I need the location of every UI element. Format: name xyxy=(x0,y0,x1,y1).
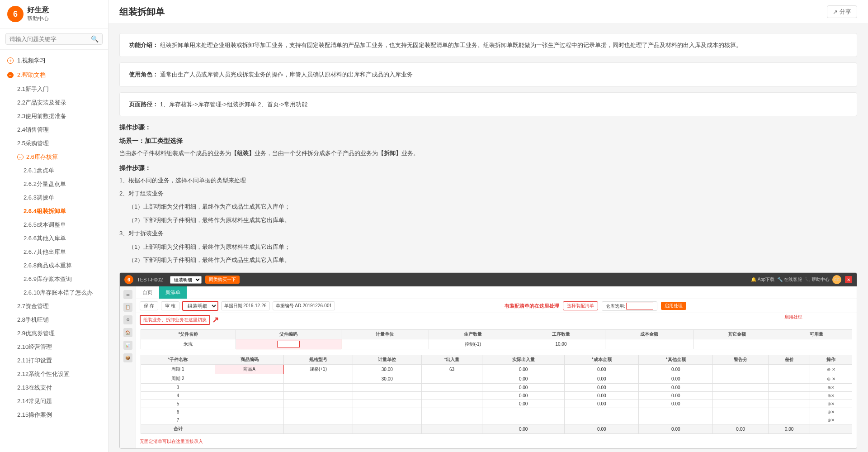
row-action-del[interactable]: ✕ xyxy=(831,401,835,406)
share-button[interactable]: ↗ 分享 xyxy=(827,5,857,18)
ss-annotation-text1: 有装配清单的在这里处理 xyxy=(505,303,559,309)
ss-avatar: CC xyxy=(832,275,841,284)
ss-tab-new[interactable]: 新添单 xyxy=(159,286,187,299)
sidebar-sub-2.6.8[interactable]: 2.6.8商品成本重算 xyxy=(0,259,108,272)
ss-close-button[interactable]: ✕ xyxy=(845,276,852,283)
ss-nav-icon-5[interactable]: 📊 xyxy=(123,341,132,350)
ss-nav-icon-2[interactable]: 📋 xyxy=(123,303,132,312)
ss-lower-th-2: 规格型号 xyxy=(284,355,353,365)
top-bar: 组装拆卸单 ↗ 分享 xyxy=(108,0,868,24)
app-subtitle: 帮助中心 xyxy=(27,15,49,23)
ss-select-bom-btn[interactable]: 选择装配清单 xyxy=(563,301,598,310)
sidebar-item-newbie[interactable]: 2.1新手入门 xyxy=(0,82,108,96)
row-action-copy[interactable]: ⊕ xyxy=(827,401,831,406)
ss-upper-th-5: 成本金额 xyxy=(605,330,693,339)
sidebar-item-mobile[interactable]: 2.8手机旺铺 xyxy=(0,313,108,327)
ss-type-selector-wrap: 组装明细 拆卸明细 xyxy=(182,301,218,311)
logo-area: 6 好生意 帮助中心 xyxy=(0,0,108,29)
sidebar-item-customization[interactable]: 2.12系统个性化设置 xyxy=(0,367,108,381)
sidebar-item-faq[interactable]: 2.14常见问题 xyxy=(0,395,108,408)
ss-audit-btn[interactable]: 审 核 xyxy=(161,301,179,310)
row-action-del[interactable]: ✕ xyxy=(831,418,835,423)
ss-nav-icon-6[interactable]: 📦 xyxy=(123,353,132,362)
sidebar-item-install[interactable]: 2.2产品安装及登录 xyxy=(0,96,108,109)
ss-upper-th-7: 可用量 xyxy=(781,330,852,339)
ss-org-select[interactable]: 组装明细 xyxy=(170,276,202,284)
table-row: 米坑 控制(-1) 10.00 xyxy=(141,339,852,349)
sidebar-item-dataprep[interactable]: 2.3使用前数据准备 xyxy=(0,109,108,123)
sidebar-sub-2.6.5[interactable]: 2.6.5成本调整单 xyxy=(0,218,108,232)
ss-arrow-icon-1: ↗ xyxy=(212,315,219,325)
row-action-del[interactable]: ✕ xyxy=(832,367,835,372)
step3-1: （1）上部明细为父件明细，最终作为原材料生成其它出库单； xyxy=(119,242,857,252)
sidebar-sub-2.6.3[interactable]: 2.6.3调拨单 xyxy=(0,191,108,205)
ss-lower-th-1: 商品编码 xyxy=(215,355,284,365)
role-label: 使用角色： xyxy=(129,71,158,78)
ss-annotation4: 无固定清单可以在这里直接录入 xyxy=(136,437,857,448)
row-action-copy[interactable]: ⊕ xyxy=(827,376,830,381)
sidebar-sub-2.6.10[interactable]: 2.6.10库存账本错了怎么办 xyxy=(0,286,108,300)
sidebar-item-sales[interactable]: 2.4销售管理 xyxy=(0,123,108,137)
ss-process-btn[interactable]: 启用处理 xyxy=(661,302,686,310)
ss-type-select[interactable]: 组装明细 拆卸明细 xyxy=(182,301,218,311)
sidebar-sub-2.6.1[interactable]: 2.6.1盘点单 xyxy=(0,164,108,177)
row-action-del[interactable]: ✕ xyxy=(831,409,835,414)
sidebar-item-coupon[interactable]: 2.9优惠券管理 xyxy=(0,327,108,340)
sidebar-item-purchase[interactable]: 2.5采购管理 xyxy=(0,137,108,150)
sidebar-item-payment[interactable]: 2.13在线支付 xyxy=(0,381,108,395)
search-icon[interactable]: 🔍 xyxy=(91,35,99,43)
row-action-copy[interactable]: ⊕ xyxy=(827,409,831,414)
sidebar-sub-2.6.6[interactable]: 2.6.6其他入库单 xyxy=(0,232,108,245)
ss-main-content: 自页 新添单 保 存 审 核 组装明细 拆卸明细 xyxy=(136,286,857,448)
row-action-copy[interactable]: ⊕ xyxy=(827,385,831,390)
ss-save-btn[interactable]: 保 存 xyxy=(140,301,158,310)
ops-title: 操作步骤： xyxy=(119,124,857,132)
sidebar-item-docs[interactable]: − 2.帮助文档 xyxy=(0,68,108,82)
sidebar-item-inventory[interactable]: − 2.6库存核算 xyxy=(0,150,108,164)
row-action-del[interactable]: ✕ xyxy=(831,385,835,390)
scene1-desc: 当由多个子件材料组装成一个成品的业务为【组装】业务，当由一个父件拆分成多个子产品… xyxy=(119,148,857,158)
ss-title-text: TEST-H002 xyxy=(137,277,163,282)
sidebar-sub-2.6.4[interactable]: 2.6.4组装拆卸单 xyxy=(0,205,108,218)
ss-upper-th-6: 其它金额 xyxy=(693,330,781,339)
sidebar-item-finance[interactable]: 2.7资金管理 xyxy=(0,300,108,313)
row-action-copy[interactable]: ⊕ xyxy=(827,418,831,423)
step3: 3、对于拆装业务 xyxy=(119,228,857,238)
ss-orange-btn[interactable]: 同类购买一下 xyxy=(205,276,240,284)
sidebar-sub-2.6.7[interactable]: 2.6.7其他出库单 xyxy=(0,245,108,259)
ss-nav-icon-4[interactable]: 🏠 xyxy=(123,328,132,337)
ss-lower-th-3: 计量单位 xyxy=(353,355,421,365)
ss-annotation-area: 有装配清单的在这里处理 选择装配清单 仓库选用: 启用处理 xyxy=(338,301,853,311)
sidebar-sub-2.6.2[interactable]: 2.6.2分量盘点单 xyxy=(0,177,108,191)
row-action-copy[interactable]: ⊕ xyxy=(827,367,830,372)
path-text: 1、库存核算->库存管理->组装拆卸单 2、首页->常用功能 xyxy=(160,101,308,108)
path-label: 页面路径： xyxy=(129,101,158,108)
ss-tab-home[interactable]: 自页 xyxy=(136,286,159,299)
ss-lower-th-6: *成本金额 xyxy=(565,355,639,365)
ss-warehouse-input[interactable] xyxy=(626,303,653,309)
ss-nav-icon-3[interactable]: ⚙ xyxy=(123,315,132,324)
step3-2: （2）下部明细为子件明细，最终作为产成品生成其它入库单。 xyxy=(119,255,857,265)
ss-annotation1-box: 组装业务、拆卸业务在这里切换 xyxy=(140,315,210,325)
ss-lower-table-wrap: *子件名称 商品编码 规格型号 计量单位 *出入量 实际出入量 *成本金额 *其… xyxy=(136,352,857,437)
sidebar-item-cases[interactable]: 2.15操作案例 xyxy=(0,408,108,422)
ss-lower-th-0: *子件名称 xyxy=(141,355,215,365)
ss-code-input[interactable] xyxy=(277,341,300,347)
docs-children: 2.1新手入门 2.2产品安装及登录 2.3使用前数据准备 2.4销售管理 2.… xyxy=(0,82,108,422)
sidebar-item-label: 2.帮助文档 xyxy=(17,71,46,79)
row-action-del[interactable]: ✕ xyxy=(832,376,835,381)
row-action-copy[interactable]: ⊕ xyxy=(827,393,831,398)
sidebar-item-print[interactable]: 2.11打印设置 xyxy=(0,354,108,367)
sidebar-item-operations[interactable]: 2.10经营管理 xyxy=(0,340,108,354)
table-row: 6 ⊕✕ xyxy=(141,408,852,416)
step2: 2、对于组装业务 xyxy=(119,188,857,199)
sidebar-sub-2.6.9[interactable]: 2.6.9库存账本查询 xyxy=(0,272,108,286)
row-action-del[interactable]: ✕ xyxy=(831,393,835,398)
ss-nav-icon-1[interactable]: ☰ xyxy=(123,290,132,299)
sidebar-item-video[interactable]: + 1.视频学习 xyxy=(0,53,108,68)
collapse-icon: − xyxy=(7,72,14,78)
ss-left-panel: ☰ 📋 ⚙ 🏠 📊 📦 xyxy=(120,286,136,448)
ss-upper-th-1: 父件编码 xyxy=(236,330,341,339)
search-input[interactable] xyxy=(9,36,91,43)
ss-lower-th-5: 实际出入量 xyxy=(482,355,565,365)
